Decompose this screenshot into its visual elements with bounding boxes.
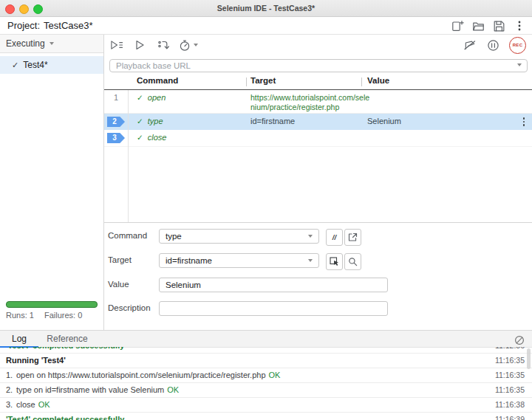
recording-controls: REC <box>463 35 526 55</box>
playback-base-url-input[interactable] <box>109 59 528 72</box>
executed-step-badge: 3 <box>107 133 125 143</box>
base-url-row <box>104 55 532 75</box>
open-reference-icon[interactable] <box>344 229 361 246</box>
project-bar: Project:TestCase3* <box>0 17 532 35</box>
command-name: open <box>148 93 166 102</box>
command-name: type <box>148 117 163 125</box>
log-tab-bar: Log Reference <box>0 330 532 348</box>
command-passed-check-icon: ✓ <box>137 117 143 125</box>
log-entry: 'Test4' completed successfully 11:12:56 <box>0 347 532 354</box>
project-actions <box>451 19 526 32</box>
log-scrollbar[interactable] <box>527 348 531 369</box>
log-entry: 'Test4' completed successfully 11:16:39 <box>0 413 532 420</box>
command-target: https://www.tutorialspoint.com/sele nium… <box>246 90 361 113</box>
value-field-label: Value <box>108 280 129 289</box>
column-divider <box>246 78 247 86</box>
target-field-label: Target <box>108 255 132 264</box>
chevron-down-icon[interactable] <box>308 235 313 238</box>
run-current-test-icon[interactable] <box>133 38 146 52</box>
run-stats: Runs: 1Failures: 0 <box>6 311 92 320</box>
tests-dropdown-label: Executing <box>6 38 45 49</box>
description-field-label: Description <box>108 303 151 312</box>
disable-breakpoints-icon[interactable] <box>463 38 477 52</box>
find-target-icon[interactable] <box>344 253 361 270</box>
command-field-label: Command <box>108 231 147 240</box>
kebab-menu-icon[interactable] <box>513 19 526 32</box>
table-row-type-selected[interactable]: 2 ✓type id=firstname Selenium <box>104 114 532 130</box>
row-number: 1 <box>114 93 118 102</box>
command-target <box>246 130 361 146</box>
table-form-divider <box>104 222 532 223</box>
project-name: TestCase3* <box>44 20 92 31</box>
column-header-value[interactable]: Value <box>367 76 389 85</box>
project-title: Project:TestCase3* <box>7 17 93 34</box>
tab-reference[interactable]: Reference <box>38 331 96 347</box>
test-passed-check-icon: ✓ <box>12 61 18 69</box>
chevron-down-icon <box>194 44 198 47</box>
selenium-ide-window: Selenium IDE - TestCase3* Project:TestCa… <box>0 0 532 420</box>
pause-on-exceptions-icon[interactable] <box>486 38 499 52</box>
sidebar-item-test4[interactable]: ✓Test4* <box>0 56 103 74</box>
form-row-description: Description <box>104 301 532 317</box>
toggle-comment-button[interactable]: // <box>326 229 343 246</box>
log-entry: 3.closeOK 11:16:38 <box>0 398 532 413</box>
command-target: id=firstname <box>246 114 361 130</box>
record-button[interactable]: REC <box>509 37 526 54</box>
form-row-target: Target <box>104 253 532 269</box>
form-row-command: Command // <box>104 229 532 245</box>
command-name: close <box>148 133 167 142</box>
executed-step-badge: 2 <box>107 117 125 127</box>
form-row-value: Value <box>104 278 532 294</box>
column-header-target[interactable]: Target <box>250 76 276 85</box>
test-speed-control[interactable] <box>179 39 198 52</box>
test-name: Test4* <box>23 60 47 70</box>
log-panel: Log Reference 'Test4' completed successf… <box>0 330 532 420</box>
log-entry: 1.open on https://www.tutorialspoint.com… <box>0 368 532 383</box>
run-all-tests-icon[interactable] <box>110 38 123 52</box>
number-column-divider <box>128 90 129 222</box>
chevron-down-icon <box>50 42 54 45</box>
chevron-down-icon[interactable] <box>308 259 313 262</box>
playback-controls <box>110 35 198 55</box>
command-value <box>361 90 532 113</box>
command-passed-check-icon: ✓ <box>137 133 143 142</box>
log-entries: 'Test4' completed successfully 11:12:56 … <box>0 347 532 420</box>
description-field[interactable] <box>159 301 388 316</box>
open-project-icon[interactable] <box>471 19 485 32</box>
command-passed-check-icon: ✓ <box>137 93 143 102</box>
tests-dropdown[interactable]: Executing <box>0 35 103 53</box>
failures-count: Failures: 0 <box>44 311 82 320</box>
window-title: Selenium IDE - TestCase3* <box>0 0 532 16</box>
log-entry: Running 'Test4' 11:16:35 <box>0 354 532 368</box>
log-entry: 2.type on id=firstname with value Seleni… <box>0 383 532 398</box>
new-project-icon[interactable] <box>451 19 464 32</box>
column-header-command[interactable]: Command <box>137 76 178 85</box>
test-editor: REC Command Target Value <box>104 35 532 330</box>
target-field[interactable] <box>159 253 319 268</box>
commands-table-header: Command Target Value <box>104 75 532 90</box>
run-progress-bar <box>6 301 98 308</box>
step-over-icon[interactable] <box>156 38 169 52</box>
value-field[interactable] <box>159 278 388 292</box>
project-label: Project: <box>7 20 40 31</box>
table-row-close[interactable]: 3 ✓close <box>104 130 532 147</box>
tests-sidebar: Executing ✓Test4* Runs: 1Failures: 0 <box>0 35 104 330</box>
tab-log[interactable]: Log <box>0 331 38 347</box>
command-value <box>361 130 532 146</box>
save-project-icon[interactable] <box>492 19 505 32</box>
select-target-icon[interactable] <box>326 253 343 270</box>
clear-log-icon[interactable] <box>513 334 526 347</box>
playback-toolbar: REC <box>104 35 532 56</box>
main-area: Executing ✓Test4* Runs: 1Failures: 0 <box>0 35 532 330</box>
command-value: Selenium <box>361 114 532 130</box>
command-field[interactable] <box>159 229 319 244</box>
titlebar: Selenium IDE - TestCase3* <box>0 0 532 17</box>
commands-table-body: 1 ✓open https://www.tutorialspoint.com/s… <box>104 90 532 147</box>
runs-count: Runs: 1 <box>6 311 34 320</box>
row-kebab-menu-icon[interactable] <box>523 117 525 126</box>
chevron-down-icon[interactable] <box>517 63 522 66</box>
table-row-open[interactable]: 1 ✓open https://www.tutorialspoint.com/s… <box>104 90 532 114</box>
column-divider <box>361 78 362 86</box>
